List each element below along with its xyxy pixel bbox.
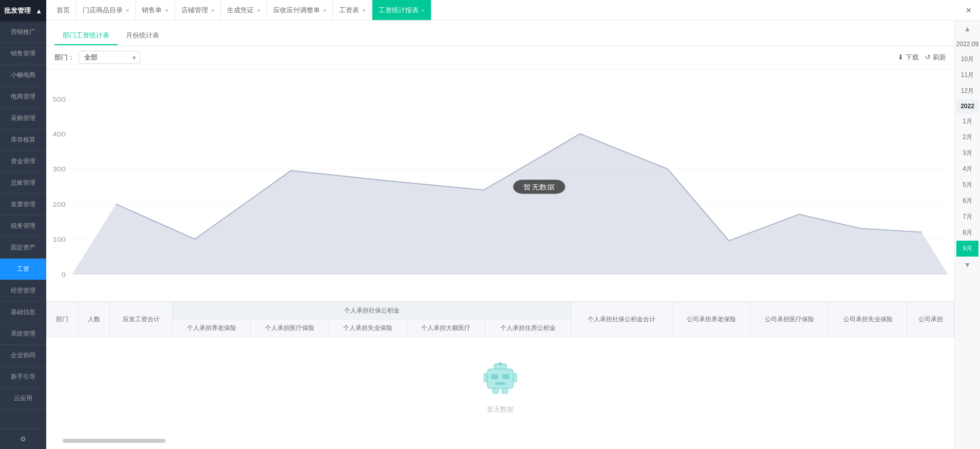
tab-close-icon[interactable]: × bbox=[362, 7, 365, 13]
tab-工资统计报表[interactable]: 工资统计报表× bbox=[372, 0, 431, 21]
download-icon: ⬇ bbox=[898, 53, 903, 61]
sidebar-title: 批发管理 bbox=[4, 6, 31, 15]
sidebar-item-系统管理[interactable]: 系统管理 bbox=[0, 323, 46, 345]
tab-close-icon[interactable]: × bbox=[126, 7, 129, 13]
sidebar-item-销售管理[interactable]: 销售管理 bbox=[0, 43, 46, 65]
sidebar-item-发票管理[interactable]: 发票管理 bbox=[0, 194, 46, 216]
svg-rect-15 bbox=[487, 369, 513, 388]
sidebar-item-营销推广[interactable]: 营销推广 bbox=[0, 22, 46, 43]
download-button[interactable]: ⬇ 下载 bbox=[898, 53, 919, 62]
tab-close-icon[interactable]: × bbox=[257, 7, 260, 13]
month-item-2月[interactable]: 2月 bbox=[956, 129, 978, 145]
sidebar-item-基础信息[interactable]: 基础信息 bbox=[0, 302, 46, 323]
close-all-button[interactable]: ✕ bbox=[966, 6, 972, 14]
svg-text:500: 500 bbox=[53, 95, 66, 103]
main-area: 首页门店商品目录×销售单×店铺管理×生成凭证×应收应付调整单×工资表×工资统计报… bbox=[46, 0, 980, 449]
tab-bar-end: ✕ bbox=[962, 6, 976, 14]
tab-生成凭证[interactable]: 生成凭证× bbox=[221, 0, 267, 21]
tab-label: 首页 bbox=[56, 6, 70, 15]
tab-bar: 首页门店商品目录×销售单×店铺管理×生成凭证×应收应付调整单×工资表×工资统计报… bbox=[46, 0, 980, 21]
sidebar-item-电商管理[interactable]: 电商管理 bbox=[0, 86, 46, 108]
settings-icon: ⚙ bbox=[20, 435, 26, 443]
col-personal-major-medical: 个人承担大额医疗 bbox=[407, 320, 485, 337]
month-item-12月[interactable]: 12月 bbox=[956, 83, 978, 99]
empty-text: 暂无数据 bbox=[487, 405, 514, 414]
sidebar-toggle-icon[interactable]: ▲ bbox=[35, 7, 42, 15]
col-company-unemploy: 公司承担失业保险 bbox=[828, 302, 907, 337]
tab-label: 门店商品目录 bbox=[83, 6, 123, 15]
month-item-2022.09[interactable]: 2022.09 bbox=[956, 37, 978, 51]
tab-工资表[interactable]: 工资表× bbox=[333, 0, 372, 21]
month-sidebar: ▲ 2022.0910月11月12月20221月2月3月4月5月6月7月8月9月… bbox=[954, 21, 980, 449]
sidebar-item-资金管理[interactable]: 资金管理 bbox=[0, 151, 46, 172]
col-dept: 部门 bbox=[47, 302, 79, 337]
sidebar-footer-settings[interactable]: ⚙ bbox=[0, 428, 46, 449]
month-item-2022[interactable]: 2022 bbox=[956, 99, 978, 113]
svg-text:暂无数据: 暂无数据 bbox=[523, 183, 555, 190]
month-item-7月[interactable]: 7月 bbox=[956, 209, 978, 225]
month-item-1月[interactable]: 1月 bbox=[956, 113, 978, 129]
month-item-6月[interactable]: 6月 bbox=[956, 193, 978, 209]
sidebar-item-采购管理[interactable]: 采购管理 bbox=[0, 108, 46, 129]
tab-close-icon[interactable]: × bbox=[323, 7, 326, 13]
content-area: 部门工资统计表月份统计表 部门： 全部 ⬇ 下载 ↺ 刷 bbox=[46, 21, 980, 449]
month-up-button[interactable]: ▲ bbox=[955, 21, 980, 37]
col-company-medical: 公司承担医疗保险 bbox=[750, 302, 828, 337]
sidebar-item-总账管理[interactable]: 总账管理 bbox=[0, 172, 46, 194]
month-item-9月[interactable]: 9月 bbox=[956, 241, 978, 257]
chart-container: 0 100 200 300 400 500 bbox=[46, 69, 954, 301]
empty-row: 暂无数据 bbox=[47, 337, 954, 435]
toolbar: 部门： 全部 ⬇ 下载 ↺ 刷新 bbox=[46, 46, 954, 69]
table-scrollbar[interactable] bbox=[63, 439, 165, 443]
col-personal-total: 个人承担社保公积金合计 bbox=[571, 302, 672, 337]
sub-tab-1[interactable]: 月份统计表 bbox=[118, 27, 167, 45]
dept-label: 部门： bbox=[54, 53, 74, 62]
svg-text:200: 200 bbox=[53, 201, 66, 208]
chart-svg: 0 100 200 300 400 500 bbox=[46, 74, 954, 280]
tab-label: 销售单 bbox=[142, 6, 162, 15]
sidebar-item-经营管理[interactable]: 经营管理 bbox=[0, 280, 46, 302]
sub-tabs: 部门工资统计表月份统计表 bbox=[46, 21, 954, 46]
refresh-icon: ↺ bbox=[925, 53, 931, 61]
sidebar-item-库存核算[interactable]: 库存核算 bbox=[0, 129, 46, 151]
empty-robot-icon bbox=[480, 358, 521, 399]
month-item-3月[interactable]: 3月 bbox=[956, 145, 978, 161]
sidebar-header[interactable]: 批发管理 ▲ bbox=[0, 0, 46, 22]
col-company-pension: 公司承担养老保险 bbox=[672, 302, 750, 337]
sidebar: 批发管理 ▲ 营销推广销售管理小畅电商电商管理采购管理库存核算资金管理总账管理发… bbox=[0, 0, 46, 449]
tab-店铺管理[interactable]: 店铺管理× bbox=[175, 0, 221, 21]
sub-tab-0[interactable]: 部门工资统计表 bbox=[54, 27, 118, 45]
tab-销售单[interactable]: 销售单× bbox=[136, 0, 175, 21]
tab-close-icon[interactable]: × bbox=[422, 7, 425, 13]
month-down-button[interactable]: ▼ bbox=[955, 257, 980, 273]
download-label: 下载 bbox=[906, 53, 919, 62]
month-item-8月[interactable]: 8月 bbox=[956, 225, 978, 241]
svg-text:0: 0 bbox=[61, 271, 66, 278]
toolbar-right: ⬇ 下载 ↺ 刷新 bbox=[898, 53, 946, 62]
tab-close-icon[interactable]: × bbox=[165, 7, 168, 13]
sidebar-item-企业协同[interactable]: 企业协同 bbox=[0, 345, 46, 366]
table-area: 部门 人数 应发工资合计 个人承担社保公积金 个人承担社保公积金合计 公司承担养… bbox=[46, 301, 954, 449]
col-personal-housing: 个人承担住房公积金 bbox=[485, 320, 571, 337]
tab-label: 店铺管理 bbox=[181, 6, 208, 15]
month-item-11月[interactable]: 11月 bbox=[956, 67, 978, 83]
tab-应收应付调整单[interactable]: 应收应付调整单× bbox=[267, 0, 333, 21]
refresh-button[interactable]: ↺ 刷新 bbox=[925, 53, 946, 62]
sidebar-item-新手引导[interactable]: 新手引导 bbox=[0, 366, 46, 388]
month-item-10月[interactable]: 10月 bbox=[956, 51, 978, 67]
tab-首页[interactable]: 首页 bbox=[50, 0, 77, 21]
sidebar-item-工资[interactable]: 工资 bbox=[0, 259, 46, 280]
sidebar-item-云应用[interactable]: 云应用 bbox=[0, 388, 46, 409]
sidebar-item-固定资产[interactable]: 固定资产 bbox=[0, 237, 46, 259]
tab-label: 工资表 bbox=[339, 6, 359, 15]
col-personal-unemploy: 个人承担失业保险 bbox=[329, 320, 407, 337]
month-item-4月[interactable]: 4月 bbox=[956, 161, 978, 177]
dept-select-wrapper[interactable]: 全部 bbox=[79, 51, 140, 64]
tab-close-icon[interactable]: × bbox=[211, 7, 214, 13]
tab-门店商品目录[interactable]: 门店商品目录× bbox=[77, 0, 136, 21]
month-item-5月[interactable]: 5月 bbox=[956, 177, 978, 193]
sidebar-item-小畅电商[interactable]: 小畅电商 bbox=[0, 65, 46, 86]
dept-select[interactable]: 全部 bbox=[79, 51, 140, 64]
col-company-other: 公司承担 bbox=[907, 302, 954, 337]
sidebar-item-税务管理[interactable]: 税务管理 bbox=[0, 216, 46, 237]
